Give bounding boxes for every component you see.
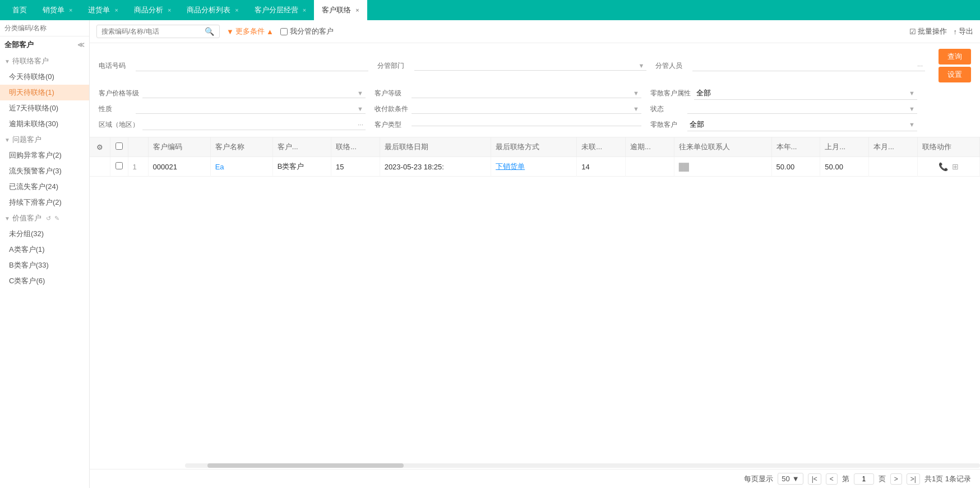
sidebar-item-overdue-contact[interactable]: 逾期未联络(30) bbox=[0, 116, 89, 132]
nav-customer-layered[interactable]: 客户分层经营 × bbox=[247, 0, 314, 20]
col-last-month: 上月... bbox=[820, 137, 869, 157]
customer-level-select[interactable]: ▼ bbox=[412, 89, 641, 98]
main-layout: 🔍 全部客户 ≪ ▼ 待联络客户 今天待联络(0) 明天待联络(1) 近7天待联… bbox=[0, 20, 980, 488]
all-customers-section[interactable]: 全部客户 ≪ bbox=[0, 36, 89, 53]
select-all-checkbox[interactable] bbox=[115, 142, 123, 150]
sidebar-item-c-class[interactable]: C类客户(6) bbox=[0, 273, 89, 289]
phone-input[interactable] bbox=[136, 61, 368, 71]
top-right-actions: ☑ 批量操作 ↑ 导出 bbox=[909, 26, 974, 36]
first-page-btn[interactable]: |< bbox=[808, 473, 821, 485]
action-buttons: 查询 设置 bbox=[939, 49, 971, 82]
edit-icon[interactable]: ✎ bbox=[54, 215, 59, 222]
value-customers-group: ▼ 价值客户 ↺ ✎ bbox=[0, 210, 89, 226]
horizontal-scrollbar[interactable] bbox=[90, 462, 980, 469]
per-page-select[interactable]: 50 ▼ bbox=[778, 473, 803, 485]
col-last-contact-way: 最后联络方式 bbox=[491, 137, 577, 157]
filter-row-1: 电话号码 分管部门 ▼ 分管人员 ··· bbox=[99, 49, 971, 82]
customer-type-select[interactable] bbox=[412, 123, 641, 126]
col-related-person: 往来单位联系人 bbox=[674, 137, 771, 157]
row-action[interactable]: 📞 ⊞ bbox=[917, 157, 979, 177]
action-grid-icon[interactable]: ⊞ bbox=[952, 162, 959, 171]
chevron-down-icon: ▼ bbox=[909, 121, 915, 128]
row-icons bbox=[90, 157, 110, 177]
nav-close-icon[interactable]: × bbox=[303, 7, 306, 13]
gender-select[interactable]: ▼ bbox=[136, 104, 366, 114]
my-customers-checkbox[interactable]: 我分管的客户 bbox=[280, 26, 334, 36]
retail-customer-select[interactable]: 全部 ▼ bbox=[687, 118, 917, 131]
sidebar-item-today-contact[interactable]: 今天待联络(0) bbox=[0, 69, 89, 85]
filter-person: 分管人员 ··· bbox=[655, 61, 925, 71]
row-this-month bbox=[869, 157, 918, 177]
total-info: 共1页 1条记录 bbox=[924, 474, 971, 484]
row-name[interactable]: Ea bbox=[210, 157, 272, 177]
col-gear[interactable]: ⚙ bbox=[90, 137, 110, 157]
nav-close-icon[interactable]: × bbox=[114, 7, 118, 13]
person-select[interactable]: ··· bbox=[692, 61, 925, 71]
query-button[interactable]: 查询 bbox=[939, 49, 971, 65]
search-btn-icon[interactable]: 🔍 bbox=[205, 27, 214, 36]
batch-operation-btn[interactable]: ☑ 批量操作 bbox=[909, 26, 947, 36]
sidebar-item-7days-contact[interactable]: 近7天待联络(0) bbox=[0, 100, 89, 116]
filter-dept: 分管部门 ▼ bbox=[377, 61, 647, 71]
sidebar-item-churned[interactable]: 已流失客户(24) bbox=[0, 179, 89, 195]
triangle-icon: ▼ bbox=[4, 215, 10, 222]
row-checkbox[interactable] bbox=[110, 157, 128, 177]
my-customers-check[interactable] bbox=[280, 28, 288, 35]
col-customer-type: 客户... bbox=[272, 137, 331, 157]
prev-page-btn[interactable]: < bbox=[826, 473, 838, 485]
filter-row-2: 客户价格等级 ▼ 客户等级 ▼ 零散客户属性 全部 bbox=[99, 87, 971, 100]
nav-home[interactable]: 首页 bbox=[4, 0, 35, 20]
action-phone-icon[interactable]: 📞 bbox=[939, 162, 948, 171]
status-select[interactable]: ▼ bbox=[687, 104, 917, 114]
nav-close-icon[interactable]: × bbox=[168, 7, 171, 13]
nav-close-icon[interactable]: × bbox=[69, 7, 72, 13]
next-page-btn[interactable]: > bbox=[890, 473, 902, 485]
nav-sales-order[interactable]: 销货单 × bbox=[35, 0, 80, 20]
filter-status: 状态 ▼ bbox=[650, 104, 917, 114]
more-conditions-btn[interactable]: ▼ 更多条件 ▲ bbox=[226, 26, 274, 36]
nav-close-icon[interactable]: × bbox=[235, 7, 238, 13]
dept-select[interactable]: ▼ bbox=[414, 61, 647, 71]
sidebar-item-repurchase-abnormal[interactable]: 回购异常客户(2) bbox=[0, 148, 89, 163]
sidebar-item-tomorrow-contact[interactable]: 明天待联络(1) bbox=[0, 85, 89, 100]
row-last-contact-way[interactable]: 下销货单 bbox=[491, 157, 577, 177]
sidebar-item-churn-warning[interactable]: 流失预警客户(3) bbox=[0, 163, 89, 179]
nav-customer-contact[interactable]: 客户联络 × bbox=[314, 0, 367, 20]
filter-phone: 电话号码 bbox=[99, 61, 368, 71]
col-customer-name: 客户名称 bbox=[210, 137, 272, 157]
sidebar-item-b-class[interactable]: B类客户(33) bbox=[0, 257, 89, 273]
dots-icon[interactable]: ··· bbox=[917, 62, 923, 70]
check-icon: ☑ bbox=[909, 27, 916, 36]
dots-icon[interactable]: ··· bbox=[358, 121, 363, 128]
nav-product-analysis[interactable]: 商品分析 × bbox=[126, 0, 179, 20]
customer-price-select[interactable]: ▼ bbox=[142, 89, 366, 98]
last-page-btn[interactable]: >| bbox=[907, 473, 920, 485]
area-select[interactable]: ··· bbox=[142, 119, 366, 130]
page-number-input[interactable] bbox=[854, 473, 874, 485]
sidebar-search-input[interactable] bbox=[4, 24, 89, 32]
sidebar-item-declining[interactable]: 持续下滑客户(2) bbox=[0, 195, 89, 210]
row-no: 1 bbox=[128, 157, 148, 177]
sidebar-item-a-class[interactable]: A类客户(1) bbox=[0, 242, 89, 257]
nav-purchase-order[interactable]: 进货单 × bbox=[80, 0, 126, 20]
nav-product-analysis-list[interactable]: 商品分析列表 × bbox=[179, 0, 246, 20]
payment-select[interactable]: ▼ bbox=[412, 104, 641, 114]
sidebar-item-ungrouped[interactable]: 未分组(32) bbox=[0, 226, 89, 242]
nav-close-icon[interactable]: × bbox=[355, 7, 359, 13]
retail-attr-select[interactable]: 全部 ▼ bbox=[694, 87, 917, 100]
chevron-down-icon: ▼ bbox=[909, 105, 915, 112]
refresh-icon[interactable]: ↺ bbox=[46, 215, 51, 222]
triangle-icon: ▼ bbox=[4, 137, 10, 143]
row-last-contact-date: 2023-05-23 18:25: bbox=[380, 157, 491, 177]
setting-button[interactable]: 设置 bbox=[939, 67, 971, 82]
row-this-year: 50.00 bbox=[771, 157, 820, 177]
search-input[interactable] bbox=[101, 27, 202, 35]
page-label: 第 bbox=[842, 474, 849, 484]
row-select-checkbox[interactable] bbox=[115, 162, 123, 169]
collapse-icon[interactable]: ≪ bbox=[77, 41, 85, 49]
col-not-contacted: 未联... bbox=[577, 137, 626, 157]
top-navigation: 首页 销货单 × 进货单 × 商品分析 × 商品分析列表 × 客户分层经营 × … bbox=[0, 0, 980, 20]
table-row: 1 000021 Ea B类客户 15 2023-05-23 18:25: 下销… bbox=[90, 157, 980, 177]
export-btn[interactable]: ↑ 导出 bbox=[954, 26, 974, 36]
col-this-month: 本月... bbox=[869, 137, 918, 157]
